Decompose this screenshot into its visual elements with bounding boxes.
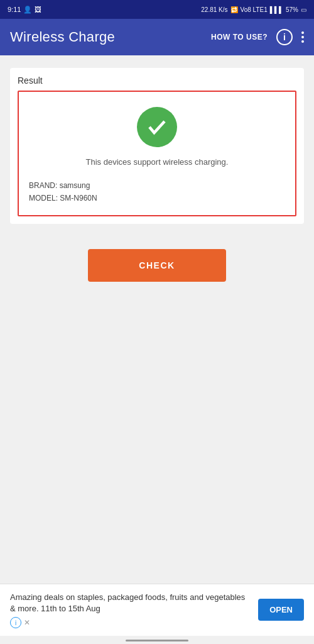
ad-info-icon[interactable]: i [10, 617, 21, 628]
time-display: 9:11 [8, 6, 21, 13]
check-button[interactable]: CHECK [88, 249, 226, 282]
user-icon: 👤 [23, 6, 32, 14]
nav-indicator [0, 636, 314, 644]
battery-level: 57% [286, 6, 298, 13]
status-right: 22.81 K/s 🔁 Vo8 LTE1 ▌▌▌ 57% ▭ [201, 6, 306, 13]
check-button-wrapper: CHECK [10, 249, 304, 282]
info-icon[interactable]: i [276, 29, 293, 45]
ad-close-icon[interactable]: ✕ [24, 618, 30, 627]
ad-left: Amazing deals on staples, packaged foods… [10, 592, 252, 628]
result-label: Result [18, 75, 296, 86]
ad-open-button[interactable]: OPEN [258, 599, 304, 621]
device-info: BRAND: samsung MODEL: SM-N960N [29, 179, 285, 205]
app-bar: Wireless Charge HOW TO USE? i [0, 19, 314, 55]
main-content: Result This devices support wireless cha… [0, 55, 314, 584]
support-text: This devices support wireless charging. [86, 157, 229, 167]
check-circle-icon [137, 107, 177, 147]
signal-bars: ▌▌▌ [270, 6, 283, 13]
status-left: 9:11 👤 🖼 [8, 6, 41, 14]
image-icon: 🖼 [35, 6, 41, 13]
ad-text: Amazing deals on staples, packaged foods… [10, 592, 252, 614]
result-card: Result This devices support wireless cha… [10, 68, 304, 224]
app-bar-actions: HOW TO USE? i [211, 29, 304, 45]
app-title: Wireless Charge [10, 29, 115, 45]
ad-bottom-row: i ✕ [10, 617, 252, 628]
ad-banner: Amazing deals on staples, packaged foods… [0, 584, 314, 636]
nav-line [126, 640, 188, 641]
network-icon: 🔁 [230, 6, 238, 13]
data-speed: 22.81 K/s [201, 6, 227, 13]
result-box: This devices support wireless charging. … [18, 91, 296, 216]
status-bar: 9:11 👤 🖼 22.81 K/s 🔁 Vo8 LTE1 ▌▌▌ 57% ▭ [0, 0, 314, 19]
checkmark-svg [146, 116, 168, 138]
model-info: MODEL: SM-N960N [29, 192, 285, 204]
how-to-use-button[interactable]: HOW TO USE? [211, 33, 268, 42]
network-label: Vo8 LTE1 [241, 6, 268, 13]
battery-icon: ▭ [301, 6, 306, 13]
brand-info: BRAND: samsung [29, 179, 285, 192]
spacer [10, 282, 304, 571]
ad-text-block: Amazing deals on staples, packaged foods… [10, 592, 252, 614]
overflow-menu-button[interactable] [301, 31, 304, 43]
